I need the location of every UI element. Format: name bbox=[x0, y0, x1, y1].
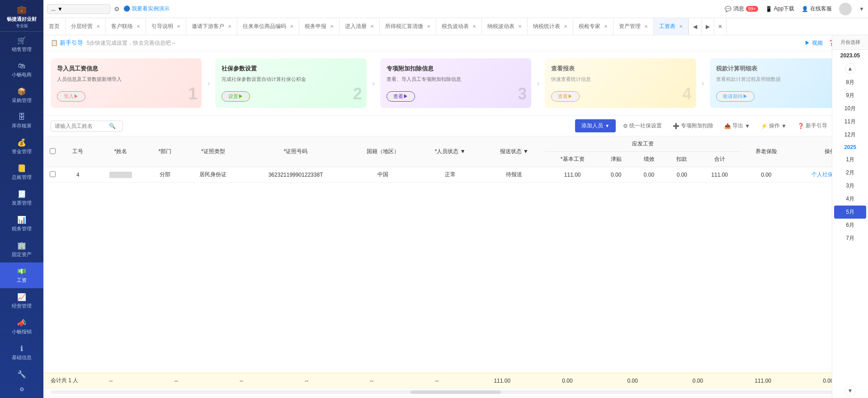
month-up-btn[interactable]: ▲ bbox=[845, 63, 856, 74]
add-person-button[interactable]: 添加人员 ▼ bbox=[575, 119, 616, 132]
step5-btn[interactable]: 敬请期待▶ bbox=[716, 91, 755, 102]
sidebar-item-sales[interactable]: 🛒 销售管理 bbox=[0, 32, 43, 57]
month-3[interactable]: 3月 bbox=[832, 179, 868, 192]
month-down-btn[interactable]: ▼ bbox=[845, 385, 856, 396]
month-1[interactable]: 1月 bbox=[832, 153, 868, 166]
special-deduction-btn[interactable]: ➕ 专项附加扣除 bbox=[669, 120, 717, 131]
search-icon[interactable]: 🔍 bbox=[109, 123, 116, 129]
sidebar-item-inventory[interactable]: 🗄 库存核算 bbox=[0, 108, 43, 134]
tab-clearance[interactable]: 进入清册✕ bbox=[340, 18, 380, 35]
select-all-checkbox[interactable] bbox=[50, 148, 56, 154]
step3-btn[interactable]: 查看▶ bbox=[387, 91, 415, 102]
user-avatar[interactable] bbox=[839, 3, 852, 15]
sidebar-settings-btn[interactable]: ⚙ bbox=[0, 381, 43, 398]
export-btn[interactable]: 📤 导出 ▼ bbox=[721, 120, 754, 131]
sidebar-item-purchase[interactable]: 📦 采购管理 bbox=[0, 83, 43, 108]
sidebar-item-assets[interactable]: 🏢 固定资产 bbox=[0, 237, 43, 262]
month-2[interactable]: 2月 bbox=[832, 166, 868, 179]
tab-close-expert[interactable]: ✕ bbox=[604, 24, 608, 29]
tab-tax-wave[interactable]: 纳税波动表✕ bbox=[482, 18, 528, 35]
step1-btn[interactable]: 导入▶ bbox=[57, 91, 85, 102]
tab-goods-code[interactable]: 往来单位商品编码✕ bbox=[237, 18, 299, 35]
tab-assets[interactable]: 资产管理✕ bbox=[613, 18, 654, 35]
step1-num: 1 bbox=[188, 84, 197, 103]
month-8[interactable]: 8月 bbox=[832, 76, 868, 89]
tab-close-guide[interactable]: ✕ bbox=[177, 24, 180, 29]
online-service-btn[interactable]: 👤 在线客服 bbox=[802, 5, 832, 13]
demo-link[interactable]: 🔵 我要看实例演示 bbox=[123, 5, 170, 13]
tab-tax-burden[interactable]: 税负波动表✕ bbox=[436, 18, 482, 35]
month-5[interactable]: 5月 bbox=[834, 206, 866, 219]
tabs-close-all-btn[interactable]: ✕ bbox=[714, 18, 726, 35]
tab-close-burden[interactable]: ✕ bbox=[472, 24, 476, 29]
tab-close-clearance[interactable]: ✕ bbox=[370, 24, 374, 29]
step2-btn[interactable]: 设置▶ bbox=[222, 91, 250, 102]
scrollbar-thumb[interactable] bbox=[410, 390, 501, 394]
newbie-guide-btn[interactable]: ❓ 新手引导 bbox=[794, 120, 831, 131]
tab-close-tax[interactable]: ✕ bbox=[330, 24, 334, 29]
td-pension: 0.00 bbox=[741, 167, 792, 183]
sidebar-item-operations[interactable]: 📈 经营管理 bbox=[0, 288, 43, 314]
social-security-btn[interactable]: ⚙ 统一社保设置 bbox=[619, 120, 665, 131]
tab-close-customer[interactable]: ✕ bbox=[137, 24, 140, 29]
tab-close-layer[interactable]: ✕ bbox=[96, 24, 100, 29]
tab-close-income[interactable]: ✕ bbox=[427, 24, 430, 29]
th-report-status: 报送状态 ▼ bbox=[483, 136, 545, 167]
tab-guide[interactable]: 引导说明✕ bbox=[146, 18, 186, 35]
sidebar-item-ledger[interactable]: 📒 总账管理 bbox=[0, 159, 43, 185]
tab-layer[interactable]: 分层经营✕ bbox=[66, 18, 106, 35]
month-9[interactable]: 9月 bbox=[832, 89, 868, 102]
tab-income-tax[interactable]: 所得税汇算清缴✕ bbox=[380, 18, 436, 35]
row-checkbox[interactable] bbox=[50, 171, 56, 177]
footer-allowance-total: 0.00 bbox=[535, 378, 600, 384]
report-filter-icon[interactable]: ▼ bbox=[523, 148, 528, 155]
tab-tax-report[interactable]: 税务申报✕ bbox=[299, 18, 340, 35]
month-7[interactable]: 7月 bbox=[832, 232, 868, 245]
sidebar-item-salary[interactable]: 💵 工资 bbox=[0, 262, 43, 288]
status-filter-icon[interactable]: ▼ bbox=[460, 148, 466, 155]
sidebar-item-basic[interactable]: ℹ 基础信息 bbox=[0, 340, 43, 365]
month-10[interactable]: 10月 bbox=[832, 102, 868, 115]
message-btn[interactable]: 💬 消息 99+ bbox=[725, 5, 758, 13]
sidebar-item-expense[interactable]: 📣 小畅报销 bbox=[0, 314, 43, 340]
sidebar-label-purchase: 采购管理 bbox=[12, 97, 32, 104]
guide-video-link[interactable]: ▶ 视频 bbox=[805, 39, 822, 47]
sidebar-item-finance[interactable]: 💰 资金管理 bbox=[0, 134, 43, 159]
tab-close-wave[interactable]: ✕ bbox=[518, 24, 522, 29]
td-status: 正常 bbox=[417, 167, 483, 183]
tab-close-goods[interactable]: ✕ bbox=[290, 24, 293, 29]
month-12[interactable]: 12月 bbox=[832, 128, 868, 141]
sidebar-item-invoice[interactable]: 🧾 发票管理 bbox=[0, 185, 43, 211]
tab-invite[interactable]: 邀请下游客户✕ bbox=[186, 18, 237, 35]
step-arrow-3: › bbox=[537, 58, 539, 108]
th-idnum: *证照号码 bbox=[243, 136, 349, 167]
guide-banner-subtitle: 5步快速完成设置，快去完善信息吧～ bbox=[87, 39, 177, 47]
settings-gear-icon[interactable]: ⚙ bbox=[114, 5, 120, 13]
company-selector[interactable]: ... ▼ bbox=[47, 4, 110, 14]
tab-close-assets[interactable]: ✕ bbox=[644, 24, 648, 29]
tab-close-stat[interactable]: ✕ bbox=[564, 24, 567, 29]
tabs-next-btn[interactable]: ▶ bbox=[701, 18, 714, 35]
month-11[interactable]: 11月 bbox=[832, 115, 868, 128]
step4-btn[interactable]: 查看▶ bbox=[551, 91, 580, 102]
tab-salary[interactable]: 工资表✕ bbox=[654, 18, 689, 35]
sidebar-item-system[interactable]: 🔧 系统管理 bbox=[0, 365, 43, 381]
personal-insurance-btn[interactable]: 个人社保 bbox=[811, 171, 833, 178]
tab-customer[interactable]: 客户联络✕ bbox=[106, 18, 146, 35]
tab-close-salary[interactable]: ✕ bbox=[679, 24, 683, 29]
app-download-btn[interactable]: 📱 App下载 bbox=[765, 5, 794, 13]
sidebar-label-invoice: 发票管理 bbox=[12, 200, 32, 206]
tab-tax-stat[interactable]: 纳税统计表✕ bbox=[528, 18, 573, 35]
month-6[interactable]: 6月 bbox=[832, 219, 868, 232]
user-settings-icon[interactable]: ▼ bbox=[859, 6, 864, 12]
month-4[interactable]: 4月 bbox=[832, 192, 868, 206]
tab-tax-expert[interactable]: 税检专家✕ bbox=[573, 18, 613, 35]
operation-btn[interactable]: ⚡ 操作 ▼ bbox=[757, 120, 790, 131]
search-input[interactable] bbox=[55, 123, 109, 129]
tabs-prev-btn[interactable]: ◀ bbox=[689, 18, 701, 35]
pagination-bar: 每页显示 10 20 50 « ‹ 第 页 › » 共1页，1条记录 bbox=[43, 396, 868, 398]
tab-close-invite[interactable]: ✕ bbox=[228, 24, 231, 29]
sidebar-item-tax[interactable]: 📊 税务管理 bbox=[0, 211, 43, 237]
sidebar-item-ecommerce[interactable]: 🛍 小畅电商 bbox=[0, 57, 43, 83]
tab-home[interactable]: 首页 bbox=[43, 18, 66, 35]
